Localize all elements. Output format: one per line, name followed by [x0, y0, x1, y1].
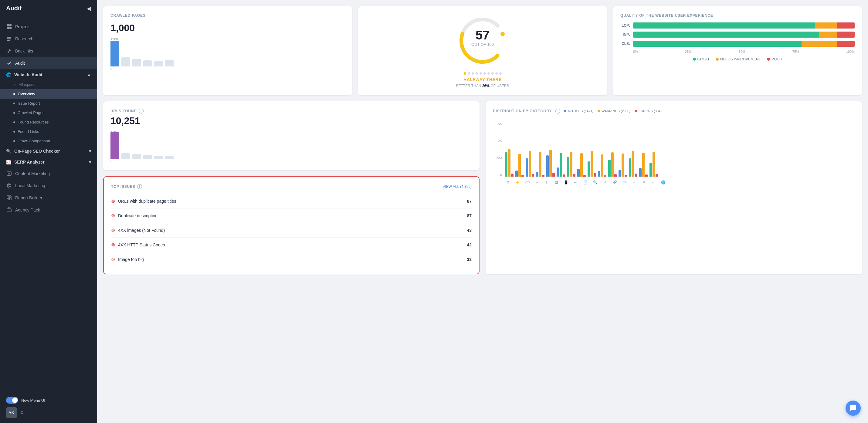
top-cards-grid: CRAWLED PAGES 1,000 1200 0: [103, 6, 862, 95]
sidebar-item-audit[interactable]: Audit: [0, 57, 97, 69]
sidebar-item-local-marketing[interactable]: Local Marketing: [0, 180, 97, 192]
gauge-dot-1: [468, 72, 470, 75]
gauge-dot-7: [491, 72, 494, 75]
dist-bar-red-8: [583, 175, 586, 176]
on-page-seo-header[interactable]: 🔍 On-Page SEO Checker ▾: [0, 145, 97, 157]
issue-count-3: 43: [467, 228, 472, 233]
dist-icons-row: ⚙ ⚡ </> → T 🖼 📱 〜 📄 🔍 ↗ 🔗 🛡 ⇄ ≡ ✓ 🌐: [493, 180, 855, 186]
dist-bar-blue-10: [598, 171, 600, 176]
dist-group-3: [526, 151, 534, 176]
dist-icon-5: T: [542, 180, 551, 186]
sidebar-item-research[interactable]: Research: [0, 33, 97, 45]
urls-found-chart: 12k 0: [111, 130, 472, 163]
dist-bar-red-4: [542, 175, 545, 176]
urls-found-header: URLS FOUND i: [111, 109, 472, 113]
toggle-row: New Menu UI: [6, 397, 91, 403]
svg-rect-6: [7, 40, 10, 41]
view-all-link[interactable]: VIEW ALL (4,395): [442, 185, 472, 189]
dist-chart-area: 1.5K 1.2K 383 0: [493, 117, 855, 178]
dist-icon-3: </>: [523, 180, 531, 186]
sidebar-collapse-button[interactable]: ◀: [87, 5, 91, 12]
cls-red: [837, 41, 855, 47]
bar-5: [154, 61, 163, 66]
dist-bar-yellow-10: [601, 155, 603, 176]
dist-bar-blue-8: [577, 169, 580, 176]
dist-bar-red-7: [573, 174, 576, 176]
urls-found-info-icon[interactable]: i: [139, 109, 144, 113]
dist-icon-17: 🌐: [659, 180, 667, 186]
crawled-pages-title: CRAWLED PAGES: [111, 13, 345, 18]
issue-row-1: ⊗ URLs with duplicate page titles 87: [111, 194, 472, 208]
dist-icon-14: ⇄: [630, 180, 638, 186]
sidebar-item-projects[interactable]: Projects: [0, 21, 97, 33]
dist-title: DISTRIBUTION BY CATEGORY: [493, 109, 552, 113]
chat-button[interactable]: [845, 400, 861, 416]
dist-icon-1: ⚙: [504, 180, 512, 186]
subnav-label: Issue Report: [18, 101, 40, 106]
nav-dot: [13, 131, 15, 133]
subnav-found-links[interactable]: Found Links: [0, 127, 97, 136]
sidebar-item-agency-pack[interactable]: Agency Pack: [0, 204, 97, 216]
dist-bar-red-1: [511, 173, 514, 176]
bar-chart: [111, 42, 345, 66]
bar-2: [121, 57, 130, 66]
audit-icon: [6, 60, 12, 66]
subnav-found-resources[interactable]: Found Resources: [0, 118, 97, 127]
dist-bar-yellow-15: [653, 152, 655, 176]
new-menu-toggle[interactable]: [6, 397, 18, 403]
great-dot: [693, 58, 696, 61]
serp-analyzer-header[interactable]: 📈 SERP Analyzer ▾: [0, 157, 97, 167]
sidebar-item-backlinks[interactable]: Backlinks: [0, 45, 97, 57]
svg-rect-12: [7, 199, 9, 200]
user-avatar[interactable]: YK: [6, 407, 17, 418]
dist-legend: NOTICES (1471) WARNINGS (2590) ERRORS (3…: [564, 109, 662, 113]
dist-info-icon[interactable]: i: [555, 109, 560, 113]
quality-title: QUALITY OF THE WEBSITE USER EXPERIENCE: [620, 13, 855, 18]
dist-bar-yellow-3: [529, 151, 531, 176]
subnav-label: Crawl Comparison: [18, 139, 50, 143]
lcp-red: [837, 23, 855, 29]
sidebar-item-label: Projects: [15, 24, 31, 29]
left-col: URLS FOUND i 10,251 12k 0: [103, 101, 479, 274]
subnav-label: Overview: [18, 92, 35, 96]
subnav-label: Found Resources: [18, 120, 49, 124]
active-dot: [13, 93, 15, 95]
issue-row-5: ⊗ Image too big 33: [111, 252, 472, 266]
sidebar-item-report-builder[interactable]: Report Builder: [0, 192, 97, 204]
subnav-issue-report[interactable]: Issue Report: [0, 99, 97, 108]
second-row: URLS FOUND i 10,251 12k 0: [103, 101, 862, 274]
subnav-crawled-pages[interactable]: Crawled Pages: [0, 108, 97, 118]
subnav-overview[interactable]: Overview: [0, 89, 97, 99]
cls-bar: [633, 41, 855, 47]
dist-bar-yellow-8: [580, 153, 583, 176]
gauge-dot-6: [488, 72, 490, 75]
urls-found-value: 10,251: [111, 115, 472, 127]
bar-1: [111, 41, 119, 66]
subnav-all-reports[interactable]: ↩ All reports: [0, 80, 97, 89]
notices-dot: [564, 110, 566, 112]
dist-bar-green-6: [560, 153, 562, 176]
y-label-1.5k: 1.5K: [493, 122, 502, 126]
nav-dot: [13, 112, 15, 114]
dist-group-6: [557, 153, 565, 176]
svg-rect-9: [7, 196, 9, 198]
nav-dot: [13, 103, 15, 104]
legend-notices: NOTICES (1471): [564, 109, 593, 113]
subnav-crawl-comparison[interactable]: Crawl Comparison: [0, 136, 97, 145]
website-audit-header[interactable]: 🌐 Website Audit ▲: [0, 69, 97, 80]
dist-bar-blue-2: [515, 170, 518, 176]
dist-bar-green-11: [608, 160, 611, 176]
dist-group-13: [629, 151, 637, 176]
dist-bar-blue-12: [619, 170, 621, 176]
chevron-up-icon: ▲: [87, 72, 91, 77]
settings-icon[interactable]: ⚙: [20, 410, 24, 415]
dist-bar-red-14: [645, 174, 648, 176]
issue-row-3: ⊗ 4XX images (Not Found) 43: [111, 223, 472, 237]
issue-count-2: 87: [467, 213, 472, 218]
y-axis-bottom: 0: [111, 66, 345, 70]
issues-info-icon[interactable]: i: [137, 184, 142, 189]
local-marketing-icon: [6, 183, 12, 189]
legend-poor: POOR: [767, 57, 782, 61]
bar-3: [132, 59, 141, 66]
sidebar-item-content-marketing[interactable]: Content Marketing: [0, 167, 97, 180]
